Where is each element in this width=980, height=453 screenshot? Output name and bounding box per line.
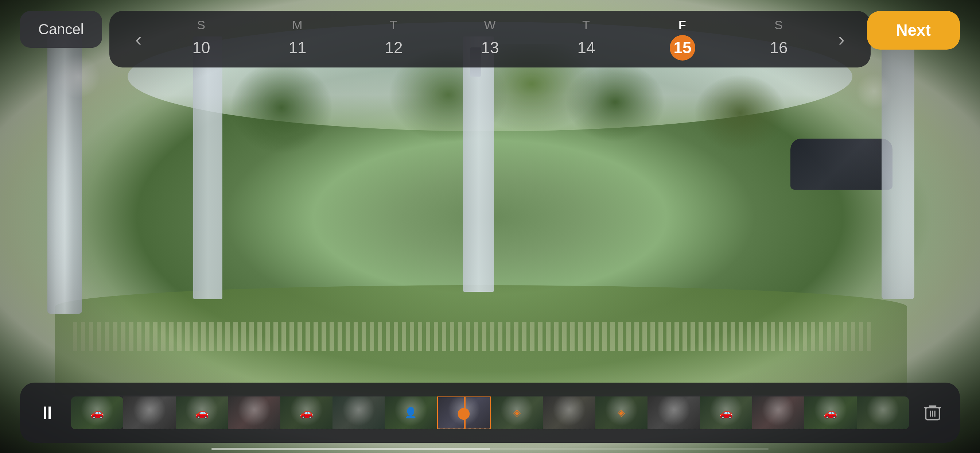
cancel-button[interactable]: Cancel bbox=[20, 11, 102, 48]
event-icon-2: 🚗 bbox=[300, 406, 313, 419]
prev-week-button[interactable]: ‹ bbox=[124, 25, 153, 54]
days-container: S 10 M 11 T 12 W 13 T 14 F 15 S bbox=[153, 18, 827, 61]
event-icon-5: ◈ bbox=[617, 407, 625, 418]
day-number-4: 14 bbox=[573, 35, 599, 61]
timeline-thumb-0[interactable]: 🚗 bbox=[71, 396, 123, 429]
day-letter-0: S bbox=[197, 18, 205, 32]
timeline-thumbnails: 🚗 🚗 🚗 👤 bbox=[71, 395, 909, 431]
day-letter-6: S bbox=[775, 18, 783, 32]
timeline-thumb-6[interactable]: 👤 bbox=[385, 396, 437, 429]
event-icon-3: 👤 bbox=[404, 407, 417, 419]
scrubber-progress bbox=[212, 448, 490, 450]
timeline-thumb-current[interactable]: ⬤ bbox=[437, 396, 491, 429]
day-item-3[interactable]: W 13 bbox=[477, 18, 503, 61]
day-item-1[interactable]: M 11 bbox=[285, 18, 310, 61]
timeline-thumb-15[interactable] bbox=[857, 396, 909, 429]
timeline-thumb-9[interactable] bbox=[543, 396, 595, 429]
door-frame-center-left bbox=[193, 37, 223, 299]
day-letter-1: M bbox=[292, 18, 302, 32]
day-item-4[interactable]: T 14 bbox=[573, 18, 599, 61]
timeline-thumb-4[interactable]: 🚗 bbox=[280, 396, 332, 429]
timeline-thumb-8[interactable]: ◈ bbox=[491, 396, 543, 429]
day-item-5[interactable]: F 15 bbox=[670, 18, 695, 61]
timeline-thumb-3[interactable] bbox=[228, 396, 280, 429]
trash-icon bbox=[923, 403, 942, 423]
day-number-5: 15 bbox=[670, 35, 695, 61]
play-pause-button[interactable]: ⏸ bbox=[31, 396, 64, 429]
day-number-1: 11 bbox=[285, 35, 310, 61]
timeline-thumb-13[interactable] bbox=[752, 396, 804, 429]
day-letter-3: W bbox=[484, 18, 496, 32]
day-item-2[interactable]: T 12 bbox=[381, 18, 407, 61]
day-number-3: 13 bbox=[477, 35, 503, 61]
next-week-button[interactable]: › bbox=[827, 25, 856, 54]
event-icon-0: 🚗 bbox=[91, 406, 104, 419]
timeline-thumb-12[interactable]: 🚗 bbox=[700, 396, 752, 429]
timeline-bar: ⏸ 🚗 🚗 🚗 bbox=[20, 383, 960, 443]
timeline-thumb-10[interactable]: ◈ bbox=[595, 396, 648, 429]
lawn bbox=[55, 285, 907, 395]
pause-icon: ⏸ bbox=[38, 402, 57, 423]
event-icon-4: ◈ bbox=[513, 407, 520, 418]
calendar-bar: ‹ S 10 M 11 T 12 W 13 T 14 F 15 bbox=[110, 11, 870, 67]
day-number-6: 16 bbox=[766, 35, 792, 61]
lens-flare-right bbox=[856, 73, 892, 109]
event-icon-1: 🚗 bbox=[195, 406, 208, 419]
timeline-thumb-14[interactable]: 🚗 bbox=[804, 396, 856, 429]
delete-button[interactable] bbox=[916, 396, 949, 429]
day-item-6[interactable]: S 16 bbox=[766, 18, 792, 61]
timeline-strip[interactable]: 🚗 🚗 🚗 👤 bbox=[71, 395, 909, 431]
car-right bbox=[791, 139, 892, 190]
timeline-thumb-11[interactable] bbox=[648, 396, 700, 429]
day-letter-5: F bbox=[678, 18, 687, 32]
day-item-0[interactable]: S 10 bbox=[188, 18, 214, 61]
timeline-thumb-2[interactable]: 🚗 bbox=[176, 396, 228, 429]
timeline-thumb-1[interactable] bbox=[123, 396, 175, 429]
lens-flare-left bbox=[57, 55, 100, 99]
day-letter-4: T bbox=[582, 18, 590, 32]
event-icon-7: 🚗 bbox=[824, 406, 837, 419]
scrubber-bar[interactable] bbox=[212, 448, 768, 450]
next-button[interactable]: Next bbox=[867, 11, 960, 49]
day-number-0: 10 bbox=[188, 35, 214, 61]
timeline-thumb-5[interactable] bbox=[332, 396, 385, 429]
event-icon-6: 🚗 bbox=[719, 406, 733, 419]
door-frame-right bbox=[881, 37, 915, 299]
day-letter-2: T bbox=[390, 18, 398, 32]
day-number-2: 12 bbox=[381, 35, 407, 61]
